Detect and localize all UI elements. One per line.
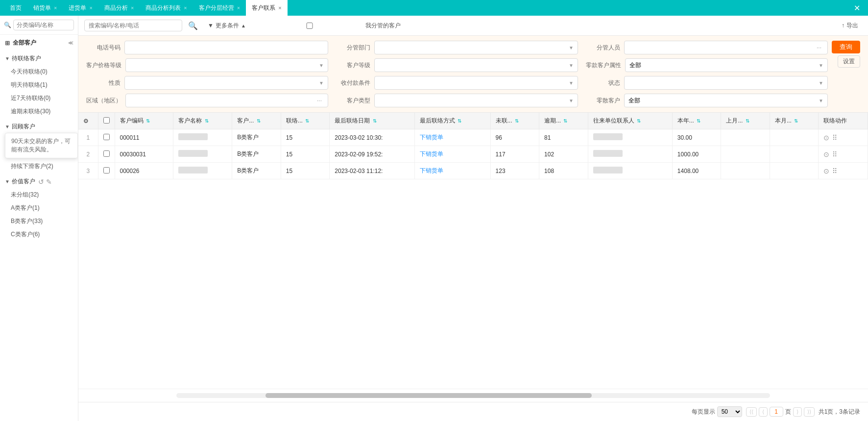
col-overdue[interactable]: 逾期... ⇅ [539,113,588,129]
row-method-link-2[interactable]: 下销货单 [420,150,443,157]
query-button[interactable]: 查询 [832,41,860,53]
row-1-grid-icon[interactable]: ⠿ [832,134,837,142]
sidebar-item-ungrouped[interactable]: 未分组(32) [0,188,78,201]
nature-select[interactable]: ▼ [124,76,328,90]
nav-item-customer-contact[interactable]: 客户联系 × [246,0,287,16]
close-all-tabs[interactable]: ✕ [850,3,864,13]
close-analysis-tab[interactable]: × [131,5,134,11]
col-contact[interactable]: 联络... ⇅ [281,113,330,129]
sort-icon: ⇅ [458,118,461,124]
close-sales-tab[interactable]: × [54,5,57,11]
row-date-2: 2023-02-09 19:52: [330,146,414,163]
close-analysis-list-tab[interactable]: × [184,5,187,11]
sidebar-item-overdue[interactable]: 逾期未联络(30) [0,105,78,118]
customertype-select[interactable]: ▼ [374,94,578,107]
nav-item-customer-tier[interactable]: 客户分层经营 × [193,0,246,16]
first-page-btn[interactable]: ⟨⟨ [746,407,757,417]
customerlevel-select[interactable]: ▼ [374,58,578,72]
chevron-down-icon: ▼ [569,98,574,103]
nav-item-analysis[interactable]: 商品分析 × [98,0,140,16]
table-row: 2 00030031 B类客户 15 2023-02-09 19:52: 下销货… [78,146,868,163]
row-2-link-icon[interactable]: ⊙ [823,150,829,158]
dept-select[interactable]: ▼ [374,41,578,54]
my-customers-checkbox-label[interactable]: 我分管的客户 [256,22,401,30]
export-icon: ↑ [842,22,844,29]
select-all-checkbox[interactable] [103,117,110,124]
phone-input[interactable] [124,41,328,54]
col-level[interactable]: 客户... ⇅ [232,113,281,129]
col-uncontacted[interactable]: 未联... ⇅ [490,113,539,129]
settings-button[interactable]: 设置 [838,55,860,68]
sidebar-search-icon: 🔍 [4,22,11,28]
row-3-grid-icon[interactable]: ⠿ [832,167,837,175]
close-customer-contact-tab[interactable]: × [278,5,281,11]
col-unit-contact[interactable]: 往来单位联系人 ⇅ [588,113,672,129]
row-1-checkbox[interactable] [103,134,110,140]
sort-icon: ⇅ [697,118,700,124]
close-customer-tier-tab[interactable]: × [237,5,240,11]
sidebar-search-input[interactable] [13,20,74,30]
sidebar-section-title-review[interactable]: ▼ 回顾客户 [0,120,78,133]
col-last-date[interactable]: 最后联络日期 ⇅ [330,113,414,129]
sidebar-item-b-class[interactable]: B类客户(33) [0,215,78,228]
more-icon[interactable]: ··· [815,44,823,51]
sidebar-item-c-class[interactable]: C类客户(6) [0,228,78,241]
col-last-month[interactable]: 上月... ⇅ [721,113,770,129]
nav-item-home[interactable]: 首页 [4,0,27,16]
search-input[interactable] [84,20,182,31]
next-page-btn[interactable]: ⟩ [793,407,802,417]
more-conditions-btn[interactable]: ▼ 更多条件 ▲ [204,20,250,31]
col-this-month[interactable]: 本月... ⇅ [770,113,819,129]
col-name[interactable]: 客户名称 ⇅ [173,113,232,129]
row-unit-contact-3 [588,163,672,179]
status-select[interactable]: ▼ [624,76,828,90]
sidebar-item-7days[interactable]: 近7天待联络(0) [0,92,78,105]
sidebar-section-title-pending[interactable]: ▼ 待联络客户 [0,52,78,65]
arrow-icon-review: ▼ [5,124,10,129]
row-2-checkbox[interactable] [103,150,110,157]
scrollbar-thumb[interactable] [265,393,592,398]
nav-item-purchase[interactable]: 进货单 × [63,0,98,16]
row-1-link-icon[interactable]: ⊙ [823,134,829,142]
filter-field-nature: 性质 ▼ [86,76,328,90]
sidebar-item-declining[interactable]: 持续下滑客户(2) [0,160,78,173]
row-method-link-3[interactable]: 下销货单 [420,167,443,174]
per-page-select[interactable]: 50 100 200 [717,406,742,417]
zeroattr-select[interactable]: 全部 ▼ [625,58,828,72]
col-code[interactable]: 客户编码 ⇅ [115,113,173,129]
region-select[interactable]: ··· [125,94,328,107]
close-purchase-tab[interactable]: × [89,5,92,11]
horizontal-scrollbar[interactable] [176,393,770,398]
zerocustomer-select[interactable]: 全部 ▼ [624,94,828,107]
current-page: 1 [770,407,783,417]
payment-select[interactable]: ▼ [374,76,578,90]
row-this-month-2 [770,146,819,163]
row-3-link-icon[interactable]: ⊙ [823,167,829,175]
sort-icon: ⇅ [373,118,377,124]
sidebar-all-customers[interactable]: ⊞ 全部客户 ≪ [0,35,78,51]
row-method-link-1[interactable]: 下销货单 [420,134,443,141]
sidebar-item-today[interactable]: 今天待联络(0) [0,65,78,78]
search-button[interactable]: 🔍 [188,21,198,30]
row-code-2: 00030031 [115,146,173,163]
row-3-checkbox[interactable] [103,167,110,173]
refresh-icon[interactable]: ↺ [38,178,44,186]
sidebar-item-tomorrow[interactable]: 明天待联络(1) [0,78,78,92]
col-this-year[interactable]: 本年... ⇅ [672,113,721,129]
nav-item-sales[interactable]: 销货单 × [27,0,63,16]
sidebar-item-a-class[interactable]: A类客户(1) [0,201,78,215]
pagination-bar: 每页显示 50 100 200 ⟨⟨ ⟨ 1 页 ⟩ ⟩⟩ 共1页，3条记录 [78,402,868,421]
manager-select[interactable]: ··· [624,41,828,54]
row-2-grid-icon[interactable]: ⠿ [832,150,837,158]
pricelevel-select[interactable]: ▼ [125,58,328,72]
col-last-method[interactable]: 最后联络方式 ⇅ [414,113,490,129]
sidebar-section-title-value[interactable]: ▼ 价值客户 ↺ ✎ [0,175,78,188]
my-customers-checkbox[interactable] [256,23,363,29]
last-page-btn[interactable]: ⟩⟩ [804,407,815,417]
more-icon[interactable]: ··· [315,97,324,104]
nav-item-analysis-list[interactable]: 商品分析列表 × [140,0,193,16]
edit-icon[interactable]: ✎ [46,178,52,186]
prev-page-btn[interactable]: ⟨ [759,407,768,417]
settings-gear[interactable]: ⚙ [83,118,89,124]
export-button[interactable]: ↑ 导出 [838,20,862,31]
